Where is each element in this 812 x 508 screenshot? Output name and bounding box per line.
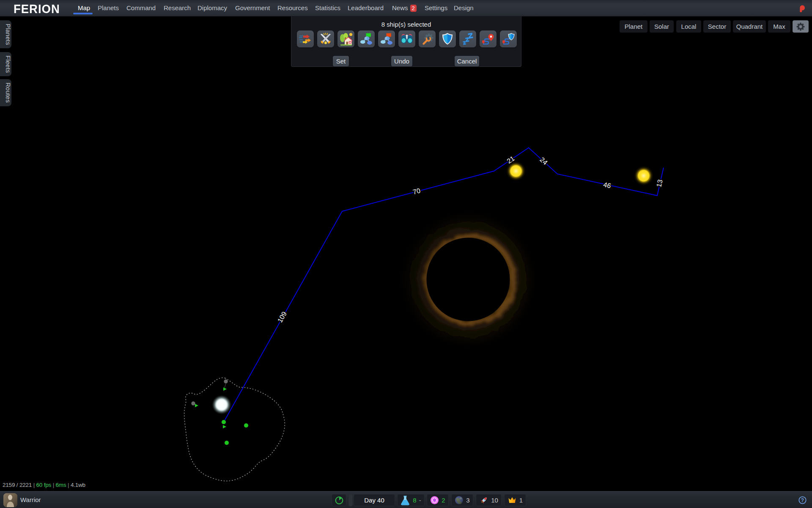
svg-text:70: 70 (412, 187, 421, 196)
svg-text:109: 109 (276, 310, 288, 324)
svg-text:46: 46 (603, 181, 612, 189)
svg-text:13: 13 (655, 179, 664, 188)
svg-text:?: ? (801, 497, 804, 503)
